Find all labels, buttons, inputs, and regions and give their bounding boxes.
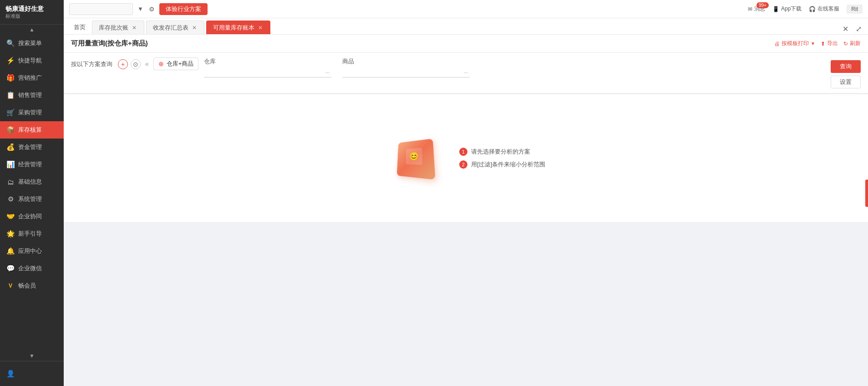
message-icon: ✉ [748, 6, 752, 12]
online-service-label: 在线客服 [817, 5, 839, 13]
sidebar-item-sales[interactable]: 📋 销售管理 [0, 87, 64, 104]
filter-area-label: 按以下方案查询 [71, 57, 112, 68]
print-icon: 🖨 [774, 41, 780, 47]
tab-close-btn[interactable]: ✕ [191, 25, 198, 31]
product-input[interactable] [342, 69, 462, 76]
tab-close-btn[interactable]: ✕ [257, 25, 264, 31]
warehouse-input[interactable] [204, 69, 323, 76]
clipboard-icon: 📋 [6, 91, 15, 99]
sidebar-item-basic-info[interactable]: 🗂 基础信息 [0, 173, 64, 190]
sidebar-item-app-center[interactable]: 🔔 应用中心 [0, 242, 64, 260]
sidebar: 畅康通好生意 标准版 ▲ 🔍 搜索菜单 ⚡ 快捷导航 🎁 营销推广 📋 销售管理… [0, 0, 64, 386]
topbar-search-area [69, 3, 133, 15]
online-service-btn[interactable]: 🎧 在线客服 [809, 5, 839, 13]
settings-gear-btn[interactable]: ⚙ [148, 5, 156, 14]
sidebar-bottom: 👤 [0, 361, 64, 386]
add-scheme-btn[interactable]: + [118, 59, 128, 69]
scroll-up-btn[interactable]: ▲ [0, 25, 64, 35]
tab-batch-account[interactable]: 库存批次账 ✕ [92, 21, 144, 34]
sidebar-item-purchase[interactable]: 🛒 采购管理 [0, 104, 64, 121]
filter-settings-btn[interactable]: 设置 [831, 76, 861, 88]
handshake-icon: 🤝 [6, 212, 15, 221]
template-print-btn[interactable]: 🖨 按模板打印 ▼ [774, 40, 815, 47]
industry-solution-btn[interactable]: 体验行业方案 [159, 3, 208, 15]
tab-home[interactable]: 首页 [67, 21, 92, 34]
export-icon: ⬆ [821, 41, 825, 47]
sidebar-item-label: 销售管理 [18, 91, 42, 99]
tab-close-btn[interactable]: ✕ [131, 25, 137, 31]
tab-inventory-summary[interactable]: 收发存汇总表 ✕ [146, 21, 204, 34]
sidebar-item-label: 搜索菜单 [18, 39, 42, 47]
page-title: 可用量查询(按仓库+商品) [71, 39, 148, 48]
sidebar-item-bottom[interactable]: 👤 [0, 365, 64, 382]
step-num-2: 2 [459, 160, 467, 169]
sidebar-item-label: 系统管理 [18, 195, 42, 203]
sidebar-item-marketing[interactable]: 🎁 营销推广 [0, 69, 64, 87]
headset-icon: 🎧 [809, 6, 816, 12]
sidebar-item-label: 畅会员 [18, 282, 36, 290]
query-btn[interactable]: 查询 [831, 60, 861, 73]
sidebar-item-enterprise[interactable]: 🤝 企业协同 [0, 208, 64, 225]
scroll-down-btn[interactable]: ▼ [0, 351, 64, 361]
bell-icon: 🔔 [6, 247, 15, 255]
user-icon: 👤 [6, 370, 15, 378]
sidebar-item-label: 库存核算 [18, 126, 42, 134]
empty-state-inner: 😊 1 请先选择要分析的方案 2 用[过滤]条件来缩小分析范围 [386, 131, 545, 185]
sidebar-item-label: 采购管理 [18, 108, 42, 117]
message-btn[interactable]: ✉ 消息 99+ [748, 5, 765, 13]
empty-illustration: 😊 [386, 131, 441, 185]
scheme-item-label: 仓库+商品 [167, 60, 194, 68]
page-content: 可用量查询(按仓库+商品) 🖨 按模板打印 ▼ ⬆ 导出 ↻ 刷新 按以下方案 [64, 35, 868, 386]
search-input[interactable] [69, 3, 133, 15]
refresh-icon: ↻ [843, 41, 848, 47]
empty-state: 😊 1 请先选择要分析的方案 2 用[过滤]条件来缩小分析范围 [64, 94, 868, 222]
message-badge: 99+ [756, 2, 769, 8]
sidebar-item-search[interactable]: 🔍 搜索菜单 [0, 35, 64, 52]
sidebar-item-system[interactable]: ⚙ 系统管理 [0, 190, 64, 208]
chat-icon: 💬 [6, 264, 15, 273]
edit-scheme-btn[interactable]: ⊙ [131, 59, 141, 69]
app-download-btn[interactable]: 📱 App下载 [772, 5, 802, 13]
query-actions: 查询 设置 [831, 57, 861, 88]
dropdown-btn[interactable]: ▼ [137, 5, 144, 13]
sidebar-item-wechat[interactable]: 💬 企业微信 [0, 260, 64, 277]
sidebar-item-inventory[interactable]: 📦 库存核算 [0, 121, 64, 139]
step-num-1: 1 [459, 148, 467, 156]
sidebar-item-label: 企业微信 [18, 264, 42, 273]
refresh-btn[interactable]: ↻ 刷新 [843, 40, 861, 47]
app-download-label: App下载 [781, 5, 802, 13]
chevron-down-icon: ▼ [811, 41, 815, 46]
gear-icon: ⚙ [6, 195, 15, 203]
sidebar-item-guide[interactable]: 🌟 新手引导 [0, 225, 64, 242]
product-field-group: 商品 ··· [342, 57, 470, 77]
scheme-item-warehouse-product[interactable]: ⊕ 仓库+商品 [153, 57, 199, 70]
tab-label: 库存批次账 [99, 24, 128, 32]
warehouse-more-btn[interactable]: ··· [323, 69, 331, 76]
sidebar-item-label: 营销推广 [18, 74, 42, 82]
empty-box-shape: 😊 [397, 139, 436, 180]
product-more-btn[interactable]: ··· [462, 69, 470, 76]
tab-available-ledger[interactable]: 可用量库存账本 ✕ [206, 21, 270, 34]
sidebar-item-label: 基础信息 [18, 178, 42, 186]
sidebar-item-label: 快捷导航 [18, 57, 42, 65]
sidebar-item-finance[interactable]: 💰 资金管理 [0, 139, 64, 156]
sidebar-item-member[interactable]: V 畅会员 [0, 277, 64, 294]
tab-label: 可用量库存账本 [213, 24, 254, 32]
scheme-item-icon: ⊕ [158, 60, 164, 67]
sidebar-item-shortcut[interactable]: ⚡ 快捷导航 [0, 52, 64, 69]
right-scroll-hint [865, 180, 868, 207]
step-2-text: 用[过滤]条件来缩小分析范围 [471, 160, 545, 169]
user-profile-btn[interactable]: Rit [847, 5, 863, 14]
warehouse-field-input: ··· [204, 67, 331, 77]
expand-tab-btn[interactable]: ⤢ [853, 24, 864, 34]
lightning-icon: ⚡ [6, 57, 15, 65]
main-area: ▼ ⚙ 体验行业方案 ✉ 消息 99+ 📱 App下载 🎧 在线客服 Rit [64, 0, 868, 386]
export-btn[interactable]: ⬆ 导出 [821, 40, 838, 47]
app-name: 畅康通好生意 [5, 5, 58, 13]
product-field-label: 商品 [342, 57, 470, 66]
collapse-btn[interactable]: « [143, 58, 151, 69]
cart-icon: 🛒 [6, 108, 15, 117]
sidebar-item-operations[interactable]: 📊 经营管理 [0, 156, 64, 173]
close-all-tabs-btn[interactable]: ✕ [840, 24, 851, 34]
page-header: 可用量查询(按仓库+商品) 🖨 按模板打印 ▼ ⬆ 导出 ↻ 刷新 [64, 35, 868, 53]
